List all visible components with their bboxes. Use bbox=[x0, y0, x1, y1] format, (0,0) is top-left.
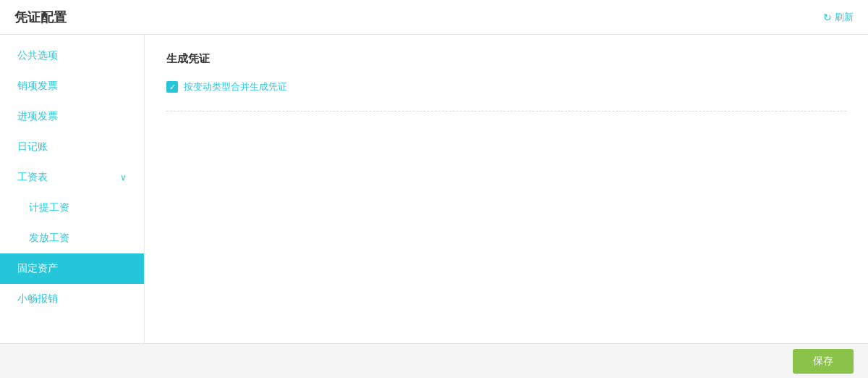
checkbox-label[interactable]: 按变动类型合并生成凭证 bbox=[184, 80, 287, 93]
sidebar-item-payroll-advance[interactable]: 计提工资 bbox=[0, 193, 144, 223]
sidebar-item-label: 销项发票 bbox=[17, 80, 58, 93]
refresh-button[interactable]: ↻ 刷新 bbox=[823, 11, 854, 24]
merge-checkbox[interactable]: ✓ bbox=[166, 81, 178, 93]
sidebar-item-sales-invoice[interactable]: 销项发票 bbox=[0, 71, 144, 101]
save-button[interactable]: 保存 bbox=[793, 349, 854, 374]
page-title: 凭证配置 bbox=[14, 9, 67, 26]
sidebar-item-label: 日记账 bbox=[17, 140, 48, 154]
sidebar-item-expense-reimburse[interactable]: 小畅报销 bbox=[0, 284, 144, 314]
sidebar: 公共选项 销项发票 进项发票 日记账 工资表 ∨ 计提工资 发放工资 固定资产 … bbox=[0, 35, 145, 343]
refresh-label: 刷新 bbox=[835, 11, 854, 24]
sidebar-item-label: 小畅报销 bbox=[17, 293, 58, 306]
chevron-down-icon: ∨ bbox=[120, 172, 127, 182]
checkmark-icon: ✓ bbox=[169, 83, 176, 91]
sidebar-item-public-options[interactable]: 公共选项 bbox=[0, 41, 144, 71]
sidebar-item-label: 固定资产 bbox=[17, 262, 58, 275]
sidebar-item-label: 进项发票 bbox=[17, 110, 58, 123]
sidebar-item-payroll-distribute[interactable]: 发放工资 bbox=[0, 223, 144, 253]
sidebar-item-journal[interactable]: 日记账 bbox=[0, 132, 144, 162]
refresh-icon: ↻ bbox=[823, 12, 832, 23]
sidebar-item-fixed-assets[interactable]: 固定资产 bbox=[0, 253, 144, 284]
sidebar-item-payroll-table[interactable]: 工资表 ∨ bbox=[0, 162, 144, 193]
header: 凭证配置 ↻ 刷新 bbox=[0, 0, 868, 35]
sidebar-item-label: 工资表 bbox=[17, 171, 48, 184]
sidebar-item-label: 计提工资 bbox=[29, 201, 69, 214]
sidebar-item-purchase-invoice[interactable]: 进项发票 bbox=[0, 101, 144, 132]
checkbox-row[interactable]: ✓ 按变动类型合并生成凭证 bbox=[166, 80, 846, 93]
footer: 保存 bbox=[0, 343, 868, 378]
sidebar-item-label: 发放工资 bbox=[29, 232, 69, 245]
section-title: 生成凭证 bbox=[166, 52, 846, 66]
main-content: 公共选项 销项发票 进项发票 日记账 工资表 ∨ 计提工资 发放工资 固定资产 … bbox=[0, 35, 868, 343]
content-panel: 生成凭证 ✓ 按变动类型合并生成凭证 bbox=[145, 35, 868, 343]
sidebar-item-label: 公共选项 bbox=[17, 49, 58, 62]
divider bbox=[166, 111, 846, 112]
